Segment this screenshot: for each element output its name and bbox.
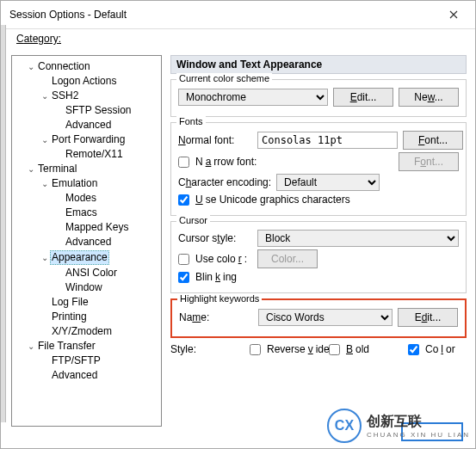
tree-appearance[interactable]: ⌄Appearance	[14, 249, 159, 266]
tree-xyzmodem[interactable]: X/Y/Zmodem	[14, 324, 159, 339]
cursor-legend: Cursor	[176, 215, 210, 225]
tree-file-transfer[interactable]: ⌄File Transfer	[14, 339, 159, 354]
tree-logon-actions[interactable]: Logon Actions	[14, 74, 159, 89]
tree-advanced-emu[interactable]: Advanced	[14, 235, 159, 249]
right-panel: Window and Text Appearance Current color…	[162, 55, 467, 427]
tree-mapped-keys[interactable]: Mapped Keys	[14, 220, 159, 235]
tree-port-forwarding[interactable]: ⌄Port Forwarding	[14, 132, 159, 147]
section-title: Window and Text Appearance	[170, 55, 467, 74]
tree-emulation[interactable]: ⌄Emulation	[14, 176, 159, 191]
highlight-edit-button[interactable]: Edit...	[398, 308, 458, 327]
left-edge-strip	[1, 25, 6, 422]
category-label: Category:	[16, 33, 61, 45]
color-scheme-legend: Current color scheme	[176, 73, 272, 83]
tree-advanced-ssh[interactable]: Advanced	[14, 118, 159, 132]
chevron-down-icon: ⌄	[40, 89, 50, 102]
chevron-down-icon: ⌄	[40, 177, 50, 190]
reverse-video-checkbox[interactable]: Reverse video	[250, 343, 324, 355]
dialog-footer	[401, 422, 463, 441]
category-tree[interactable]: ⌄Connection Logon Actions ⌄SSH2 SFTP Ses…	[11, 55, 162, 427]
cursor-style-label: Cursor style:	[178, 232, 252, 244]
tree-ssh2[interactable]: ⌄SSH2	[14, 89, 159, 103]
highlight-keywords-group: Highlight keywords Name: Cisco Words Edi…	[170, 298, 467, 338]
scheme-select[interactable]: Monochrome	[178, 89, 328, 106]
window-title: Session Options - Default	[9, 9, 127, 21]
tree-terminal[interactable]: ⌄Terminal	[14, 162, 159, 176]
use-color-checkbox[interactable]: Use color:	[178, 253, 252, 265]
style-row: Style: Reverse video Bold Color	[170, 343, 467, 355]
tree-modes[interactable]: Modes	[14, 191, 159, 206]
highlight-legend: Highlight keywords	[177, 293, 262, 304]
bold-checkbox[interactable]: Bold	[329, 343, 403, 355]
color-checkbox[interactable]: Color	[408, 343, 467, 355]
cursor-color-button: Color...	[257, 249, 318, 268]
tree-sftp-session[interactable]: SFTP Session	[14, 103, 159, 118]
titlebar: Session Options - Default	[1, 1, 475, 29]
content-area: ⌄Connection Logon Actions ⌄SSH2 SFTP Ses…	[1, 48, 475, 427]
chevron-down-icon: ⌄	[40, 133, 50, 146]
scheme-new-button[interactable]: New...	[399, 88, 459, 107]
ok-button[interactable]	[401, 422, 463, 441]
close-icon	[449, 10, 458, 19]
highlight-name-label: Name:	[179, 311, 253, 323]
normal-font-button[interactable]: Font...	[403, 131, 463, 150]
color-scheme-group: Current color scheme Monochrome Edit... …	[170, 79, 467, 117]
tree-remote-x11[interactable]: Remote/X11	[14, 147, 159, 162]
normal-font-field[interactable]	[257, 132, 398, 149]
close-button[interactable]	[439, 6, 468, 23]
fonts-group: Fonts Normal font: Font... Narrow font: …	[170, 122, 467, 216]
chevron-down-icon: ⌄	[26, 60, 36, 73]
chevron-down-icon: ⌄	[26, 340, 36, 353]
dialog-window: Session Options - Default Category: ⌄Con…	[0, 0, 476, 449]
style-label: Style:	[170, 343, 244, 355]
narrow-font-checkbox[interactable]: Narrow font:	[178, 156, 257, 168]
blinking-checkbox[interactable]: Blinking	[178, 271, 252, 283]
chevron-down-icon: ⌄	[26, 163, 36, 175]
unicode-checkbox[interactable]: Use Unicode graphics characters	[178, 194, 350, 206]
tree-printing[interactable]: Printing	[14, 310, 159, 324]
narrow-font-button: Font...	[399, 152, 459, 171]
cursor-group: Cursor Cursor style: Block Use color: Co…	[170, 221, 467, 293]
tree-ftp-sftp[interactable]: FTP/SFTP	[14, 354, 159, 368]
fonts-legend: Fonts	[176, 116, 206, 126]
tree-log-file[interactable]: Log File	[14, 295, 159, 310]
scheme-edit-button[interactable]: Edit...	[333, 88, 393, 107]
encoding-label: Character encoding:	[178, 176, 271, 188]
tree-ansi-color[interactable]: ANSI Color	[14, 266, 159, 280]
tree-emacs[interactable]: Emacs	[14, 206, 159, 220]
tree-connection[interactable]: ⌄Connection	[14, 59, 159, 74]
tree-advanced-ft[interactable]: Advanced	[14, 368, 159, 383]
chevron-down-icon: ⌄	[40, 251, 50, 264]
tree-window[interactable]: Window	[14, 280, 159, 295]
normal-font-label: Normal font:	[178, 134, 252, 146]
highlight-name-select[interactable]: Cisco Words	[258, 309, 393, 326]
cursor-style-select[interactable]: Block	[257, 230, 459, 247]
encoding-select[interactable]: Default	[276, 174, 380, 191]
